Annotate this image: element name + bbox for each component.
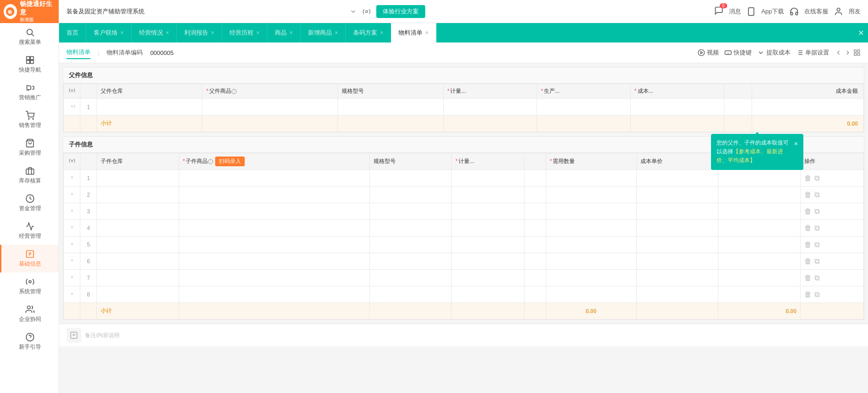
- grid-view-icon[interactable]: [853, 49, 861, 56]
- child-row-settings[interactable]: [64, 220, 80, 236]
- child-row-spec[interactable]: [369, 236, 452, 253]
- next-page-icon[interactable]: [844, 49, 851, 56]
- child-row-warehouse[interactable]: [97, 236, 179, 253]
- copy-icon[interactable]: ⧉: [814, 257, 820, 266]
- tab-barcode[interactable]: 条码方案 ×: [346, 23, 391, 42]
- child-row-needed-qty[interactable]: [546, 220, 636, 236]
- child-row-product[interactable]: [179, 253, 369, 270]
- settings-icon[interactable]: [362, 7, 371, 16]
- tab-close-profit[interactable]: ×: [211, 30, 214, 36]
- sidebar-item-finance[interactable]: 资金管理: [0, 189, 59, 217]
- delete-icon[interactable]: 🗑: [804, 224, 812, 232]
- sidebar-item-guide[interactable]: 新手引导: [0, 328, 59, 356]
- child-row-warehouse[interactable]: [97, 253, 179, 270]
- copy-icon[interactable]: ⧉: [814, 174, 820, 182]
- child-row-spec[interactable]: [369, 220, 452, 236]
- child-row-settings[interactable]: [64, 170, 80, 187]
- user-label[interactable]: 用友: [849, 7, 861, 16]
- delete-icon[interactable]: 🗑: [804, 174, 812, 182]
- child-row-cost-price[interactable]: [636, 286, 718, 303]
- copy-icon[interactable]: ⧉: [814, 290, 820, 299]
- delete-icon[interactable]: 🗑: [804, 257, 812, 266]
- support-label[interactable]: 在线客服: [804, 7, 828, 16]
- sidebar-item-marketing[interactable]: 营销推广: [0, 79, 59, 106]
- child-row-product[interactable]: [179, 187, 369, 203]
- tab-new-goods[interactable]: 新增商品 ×: [301, 23, 346, 42]
- child-row-qty[interactable]: [452, 286, 524, 303]
- parent-row-warehouse[interactable]: [97, 99, 202, 115]
- scan-input-btn[interactable]: 扫码录入: [215, 157, 245, 166]
- tab-bom[interactable]: 物料清单 ×: [391, 23, 436, 42]
- copy-icon[interactable]: ⧉: [814, 241, 820, 249]
- child-row-product[interactable]: [179, 170, 369, 187]
- tab-history[interactable]: 经营历程 ×: [222, 23, 267, 42]
- child-row-warehouse[interactable]: [97, 270, 179, 286]
- child-row-needed-qty[interactable]: [546, 253, 636, 270]
- sidebar-item-purchase[interactable]: 采购管理: [0, 134, 59, 162]
- child-row-needed-qty[interactable]: [546, 187, 636, 203]
- video-btn[interactable]: 视频: [698, 48, 719, 57]
- tab-close-all[interactable]: [854, 23, 868, 42]
- child-row-warehouse[interactable]: [97, 170, 179, 187]
- copy-icon[interactable]: ⧉: [814, 274, 820, 282]
- tab-close-new-goods[interactable]: ×: [335, 30, 338, 36]
- child-row-cost-price[interactable]: [636, 203, 718, 220]
- delete-icon[interactable]: 🗑: [804, 241, 812, 249]
- sidebar-item-system[interactable]: 系统管理: [0, 272, 59, 300]
- parent-row-cost[interactable]: [631, 99, 724, 115]
- child-row-settings[interactable]: [64, 187, 80, 203]
- copy-icon[interactable]: ⧉: [814, 207, 820, 216]
- sidebar-item-basic-info[interactable]: 基础信息: [0, 245, 59, 272]
- child-row-cost-price[interactable]: [636, 270, 718, 286]
- single-setting-btn[interactable]: 单据设置: [796, 48, 829, 57]
- parent-row-product[interactable]: [202, 99, 338, 115]
- sidebar-item-sales[interactable]: 销售管理: [0, 106, 59, 134]
- tab-customer[interactable]: 客户联络 ×: [86, 23, 132, 42]
- th-parent-settings[interactable]: [64, 84, 80, 99]
- child-row-spec[interactable]: [369, 286, 452, 303]
- tab-home[interactable]: 首页: [59, 23, 86, 42]
- sidebar-item-quick-nav[interactable]: 快捷导航: [0, 51, 59, 79]
- child-row-settings[interactable]: [64, 203, 80, 220]
- child-row-cost-price[interactable]: [636, 253, 718, 270]
- child-row-spec[interactable]: [369, 203, 452, 220]
- child-row-cost-price[interactable]: [636, 170, 718, 187]
- child-row-warehouse[interactable]: [97, 220, 179, 236]
- child-row-settings[interactable]: [64, 236, 80, 253]
- child-row-product[interactable]: [179, 220, 369, 236]
- child-row-settings[interactable]: [64, 286, 80, 303]
- child-row-product[interactable]: [179, 270, 369, 286]
- tab-profit[interactable]: 利润报告 ×: [177, 23, 222, 42]
- child-row-cost-price[interactable]: [636, 187, 718, 203]
- child-row-warehouse[interactable]: [97, 187, 179, 203]
- child-row-needed-qty[interactable]: [546, 286, 636, 303]
- parent-row-qty[interactable]: [443, 99, 537, 115]
- tab-close-customer[interactable]: ×: [121, 30, 124, 36]
- child-row-settings[interactable]: [64, 270, 80, 286]
- child-row-needed-qty[interactable]: [546, 170, 636, 187]
- prev-page-icon[interactable]: [835, 49, 842, 56]
- app-download-label[interactable]: App下载: [761, 7, 784, 16]
- delete-icon[interactable]: 🗑: [804, 191, 812, 199]
- parent-row-production[interactable]: [537, 99, 631, 115]
- child-row-needed-qty[interactable]: [546, 270, 636, 286]
- child-row-product[interactable]: [179, 236, 369, 253]
- copy-icon[interactable]: ⧉: [814, 191, 820, 199]
- child-row-qty[interactable]: [452, 170, 524, 187]
- child-row-spec[interactable]: [369, 187, 452, 203]
- child-row-spec[interactable]: [369, 170, 452, 187]
- child-row-warehouse[interactable]: [97, 203, 179, 220]
- child-row-needed-qty[interactable]: [546, 203, 636, 220]
- sidebar-item-inventory[interactable]: 库存核算: [0, 162, 59, 189]
- delete-icon[interactable]: 🗑: [804, 207, 812, 216]
- child-row-spec[interactable]: [369, 253, 452, 270]
- child-row-qty[interactable]: [452, 253, 524, 270]
- tab-close-operations[interactable]: ×: [166, 30, 169, 36]
- shortcut-btn[interactable]: 快捷键: [724, 48, 752, 57]
- delete-icon[interactable]: 🗑: [804, 274, 812, 282]
- sidebar-item-enterprise[interactable]: 企业协同: [0, 300, 59, 328]
- tab-close-goods[interactable]: ×: [289, 30, 293, 36]
- child-row-warehouse[interactable]: [97, 286, 179, 303]
- child-row-qty[interactable]: [452, 203, 524, 220]
- child-row-qty[interactable]: [452, 236, 524, 253]
